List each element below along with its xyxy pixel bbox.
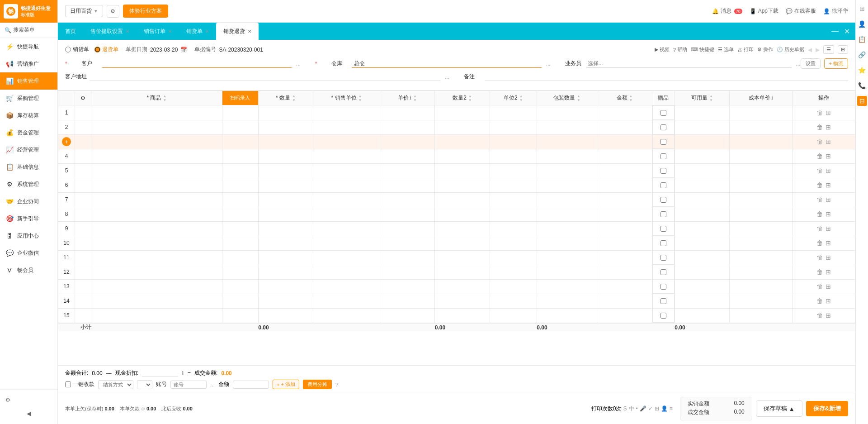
price-sort[interactable]: ▲▼ <box>413 94 417 102</box>
sidebar-item-inventory[interactable]: 📦 库存核算 <box>0 107 57 124</box>
gift-cell[interactable] <box>652 105 675 120</box>
pack-cell[interactable] <box>537 178 597 192</box>
tab-close-icon[interactable]: ✕ <box>168 29 172 34</box>
product-cell[interactable] <box>91 178 222 192</box>
address-dots[interactable]: ... <box>445 74 449 80</box>
qty-cell[interactable] <box>258 192 313 207</box>
copy-row-icon[interactable]: ⊞ <box>826 297 831 305</box>
qty2-cell[interactable] <box>435 163 490 178</box>
pack-cell[interactable] <box>537 308 597 323</box>
product-sort[interactable]: ▲▼ <box>163 94 166 102</box>
app-download-btn[interactable]: 📱 App下载 <box>750 7 778 15</box>
qty-cell[interactable] <box>258 149 313 163</box>
product-cell[interactable] <box>91 192 222 207</box>
tab-sales-return[interactable]: 销货退货 ✕ <box>216 23 259 40</box>
amount-cell[interactable] <box>597 207 652 221</box>
sidebar-item-guide[interactable]: 🎯 新手引导 <box>0 210 57 227</box>
gift-checkbox[interactable] <box>660 182 666 188</box>
unit-cell[interactable] <box>313 221 380 236</box>
price-cell[interactable] <box>380 250 434 265</box>
cost-cell[interactable] <box>730 149 793 163</box>
copy-row-icon[interactable]: ⊞ <box>826 312 831 319</box>
pack-cell[interactable] <box>537 120 597 134</box>
unit-cell[interactable] <box>313 207 380 221</box>
unit2-cell[interactable] <box>490 308 537 323</box>
qty2-cell[interactable] <box>435 265 490 279</box>
th-scan[interactable]: 扫码录入 <box>222 91 258 105</box>
qty2-cell[interactable] <box>435 120 490 134</box>
tab-home[interactable]: 首页 <box>58 23 83 40</box>
avail-cell[interactable] <box>675 207 729 221</box>
avail-cell[interactable] <box>675 163 729 178</box>
gift-cell[interactable] <box>652 178 675 192</box>
amount-cell[interactable] <box>597 294 652 308</box>
delete-row-icon[interactable]: 🗑 <box>816 196 823 203</box>
radio-sales-bill[interactable]: 销货单 <box>65 46 89 53</box>
cost-cell[interactable] <box>730 221 793 236</box>
sidebar-item-app-center[interactable]: 🎛 应用中心 <box>0 227 57 244</box>
copy-row-icon[interactable]: ⊞ <box>826 124 831 131</box>
cost-cell[interactable] <box>730 192 793 207</box>
unit-cell[interactable] <box>313 294 380 308</box>
gift-checkbox[interactable] <box>660 255 666 261</box>
online-service-btn[interactable]: 💬 在线客服 <box>786 7 816 15</box>
amount-cell[interactable] <box>597 265 652 279</box>
calendar-icon[interactable]: 📅 <box>180 47 187 53</box>
qty-cell[interactable] <box>258 279 313 294</box>
product-input[interactable] <box>95 138 218 145</box>
qty2-cell[interactable] <box>435 192 490 207</box>
qty-cell[interactable] <box>258 134 313 149</box>
unit2-cell[interactable] <box>490 265 537 279</box>
price-cell[interactable] <box>380 236 434 250</box>
qty2-cell[interactable] <box>435 105 490 120</box>
qty-cell[interactable] <box>258 178 313 192</box>
category-select[interactable]: 日用百货 ▼ <box>65 5 103 17</box>
gift-cell[interactable] <box>652 236 675 250</box>
amount-cell[interactable] <box>597 250 652 265</box>
unit-price-info-icon[interactable]: ℹ <box>410 95 411 101</box>
avail-cell[interactable] <box>675 279 729 294</box>
salesperson-dots[interactable]: ... <box>796 61 801 67</box>
qty2-cell[interactable] <box>435 221 490 236</box>
qty-cell[interactable] <box>258 236 313 250</box>
product-cell[interactable] <box>91 105 222 120</box>
avail-cell[interactable] <box>675 105 729 120</box>
pack-cell[interactable] <box>537 294 597 308</box>
close-btn[interactable]: ✕ <box>842 27 852 36</box>
unit-cell[interactable] <box>313 105 380 120</box>
amount-cell[interactable] <box>597 149 652 163</box>
qty-cell[interactable] <box>258 250 313 265</box>
operation-link[interactable]: ⚙ 操作 <box>757 46 773 53</box>
account-input[interactable] <box>170 381 207 389</box>
pack-cell[interactable] <box>537 192 597 207</box>
copy-row-icon[interactable]: ⊞ <box>826 239 831 247</box>
price-cell[interactable] <box>380 134 434 149</box>
qty2-cell[interactable] <box>435 279 490 294</box>
qty-cell[interactable] <box>258 120 313 134</box>
unit2-cell[interactable] <box>490 207 537 221</box>
qty-cell[interactable] <box>258 105 313 120</box>
gift-checkbox[interactable] <box>660 211 666 217</box>
grid-view-btn[interactable]: ⊞ <box>838 45 848 54</box>
delete-row-icon[interactable]: 🗑 <box>816 239 823 247</box>
unit-cell[interactable] <box>313 250 380 265</box>
delete-row-icon[interactable]: 🗑 <box>816 138 823 145</box>
qty2-cell[interactable] <box>435 250 490 265</box>
sidebar-item-sales[interactable]: 📊 销售管理 <box>0 72 57 90</box>
radio-return-bill-input[interactable] <box>94 47 100 52</box>
video-link[interactable]: ▶ 视频 <box>655 46 670 53</box>
experience-btn[interactable]: 体验行业方案 <box>123 5 168 18</box>
sidebar-item-wechat[interactable]: 💬 企业微信 <box>0 244 57 262</box>
tab-close-icon[interactable]: ✕ <box>248 29 251 34</box>
copy-row-icon[interactable]: ⊞ <box>826 210 831 218</box>
gift-cell[interactable] <box>652 294 675 308</box>
unit-cell[interactable] <box>313 134 380 149</box>
gift-cell[interactable] <box>652 149 675 163</box>
unit-sort[interactable]: ▲▼ <box>359 94 362 102</box>
radio-sales-bill-input[interactable] <box>65 47 71 52</box>
cost-cell[interactable] <box>730 250 793 265</box>
gift-cell[interactable] <box>652 250 675 265</box>
save-draft-btn[interactable]: 保存草稿 ▲ <box>756 400 802 417</box>
copy-row-icon[interactable]: ⊞ <box>826 167 831 174</box>
gift-cell[interactable] <box>652 163 675 178</box>
